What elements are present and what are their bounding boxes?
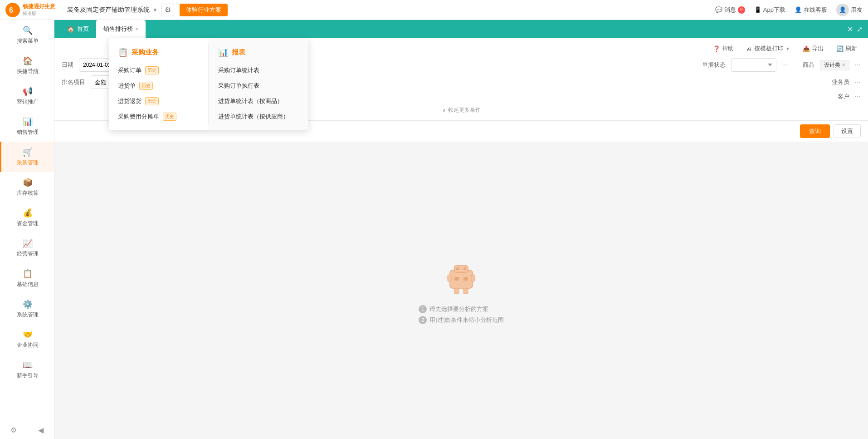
dropdown-item-po-exec[interactable]: 采购订单执行表 <box>209 78 308 94</box>
empty-hints: 1 请先选择要分析的方案 2 用[过滤]条件来缩小分析范围 <box>419 305 503 327</box>
refresh-button[interactable]: 🔄 刷新 <box>833 43 861 54</box>
hist-badge-2: 历史 <box>145 97 159 105</box>
chevron-down-icon[interactable]: ▼ <box>152 7 158 13</box>
service-icon: 👤 <box>795 6 802 13</box>
tab-close-icon[interactable]: × <box>136 26 138 32</box>
dropdown-report-col: 📊 报表 采购订单统计表 采购订单执行表 进货单统计表（按商品） 进货单统计表（… <box>209 38 308 130</box>
tab-sales-rank[interactable]: 销售排行榜 × <box>96 20 146 38</box>
sidebar-item-navigation[interactable]: 🏠 快捷导航 <box>0 50 54 81</box>
dropdown-purchase-col: 📋 采购业务 采购订单 历史 进货单 历史 进货退货 历史 采购费用分摊单 <box>109 38 208 130</box>
customer-label: 客户 <box>838 93 849 101</box>
hist-badge-3: 历史 <box>163 113 176 121</box>
query-button[interactable]: 查询 <box>800 124 830 138</box>
sidebar-item-marketing[interactable]: 📢 营销推广 <box>0 81 54 111</box>
hist-badge-0: 历史 <box>145 66 159 74</box>
export-icon: 📤 <box>803 45 810 52</box>
message-badge: 9 <box>738 6 745 14</box>
sidebar-settings-button[interactable]: ⚙ <box>10 426 17 434</box>
salesperson-label: 业务员 <box>832 78 849 86</box>
tab-minimize-icon[interactable]: ✕ <box>847 25 853 34</box>
dropdown-item-return[interactable]: 进货退货 历史 <box>109 94 208 109</box>
home-icon: 🏠 <box>23 56 33 66</box>
sidebar-collapse-button[interactable]: ◀ <box>38 426 44 434</box>
svg-rect-7 <box>448 275 451 281</box>
empty-svg <box>439 254 484 300</box>
dropdown-item-po-stats[interactable]: 采购订单统计表 <box>209 63 308 78</box>
svg-rect-5 <box>454 277 459 281</box>
dropdown-item-incoming[interactable]: 进货单 历史 <box>109 78 208 94</box>
sidebar-item-finance[interactable]: 💰 资金管理 <box>0 202 54 233</box>
svg-text:6: 6 <box>9 6 13 14</box>
online-service-button[interactable]: 👤 在线客服 <box>795 6 827 14</box>
settings-button[interactable]: 设置 <box>834 124 861 138</box>
tab-actions: ✕ ⤢ <box>847 25 863 34</box>
salesperson-ellipsis[interactable]: ··· <box>855 78 861 86</box>
app-download-button[interactable]: 📱 App下载 <box>754 6 785 14</box>
purchase-section-icon: 📋 <box>118 47 128 57</box>
collapse-icon: ∧ <box>442 107 446 113</box>
purchase-section-header: 📋 采购业务 <box>109 44 208 63</box>
sidebar-bottom: ⚙ ◀ <box>0 421 54 439</box>
sidebar-item-inventory[interactable]: 📦 库存核算 <box>0 172 54 202</box>
logo-area: 6 畅捷通好生意 标准版 <box>5 3 60 17</box>
home-tab-icon: 🏠 <box>67 26 74 33</box>
logo-icon: 6 <box>5 3 20 17</box>
report-section-header: 📊 报表 <box>209 44 308 63</box>
print-button[interactable]: 🖨 按模板打印 ▼ <box>743 43 794 54</box>
message-button[interactable]: 💬 消息 9 <box>715 6 745 14</box>
svg-rect-1 <box>450 270 473 288</box>
svg-rect-10 <box>463 288 468 294</box>
print-chevron-icon: ▼ <box>785 46 790 51</box>
goods-ellipsis[interactable]: ··· <box>855 61 861 69</box>
dropdown-item-incoming-stats-goods[interactable]: 进货单统计表（按商品） <box>209 94 308 109</box>
dropdown-item-expense[interactable]: 采购费用分摊单 历史 <box>109 109 208 124</box>
topbar: 6 畅捷通好生意 标准版 装备及固定资产辅助管理系统 ▼ ⚙ 体验行业方案 💬 … <box>0 0 868 20</box>
sidebar-item-operation[interactable]: 📈 经营管理 <box>0 233 54 263</box>
content-area: 🏠 首页 销售排行榜 × ✕ ⤢ 📋 采购业务 采购订单 <box>54 20 868 439</box>
sidebar-item-basic-info[interactable]: 📋 基础信息 <box>0 263 54 294</box>
goods-tag: 设计类 × <box>820 60 849 70</box>
goods-tag-close[interactable]: × <box>842 62 845 68</box>
sales-icon: 📊 <box>23 117 33 127</box>
refresh-icon: 🔄 <box>836 45 844 52</box>
empty-hint-1: 1 请先选择要分析的方案 <box>419 305 503 313</box>
sidebar: 🔍 搜索菜单 🏠 快捷导航 📢 营销推广 📊 销售管理 🛒 采购管理 📦 库存核… <box>0 20 54 439</box>
voucher-status-select[interactable] <box>731 58 776 72</box>
finance-icon: 💰 <box>23 208 33 218</box>
system-title: 装备及固定资产辅助管理系统 <box>67 6 150 14</box>
help-button[interactable]: ❓ 帮助 <box>709 43 737 54</box>
sidebar-item-guide[interactable]: 📖 新手引导 <box>0 355 54 385</box>
export-button[interactable]: 📤 导出 <box>799 43 827 54</box>
hint-num-1: 1 <box>419 305 427 313</box>
svg-rect-9 <box>454 288 459 294</box>
settings-icon[interactable]: ⚙ <box>161 4 174 16</box>
voucher-status-ellipsis[interactable]: ··· <box>782 61 788 69</box>
topbar-right: 💬 消息 9 📱 App下载 👤 在线客服 👤 用友 <box>715 4 863 16</box>
mobile-icon: 📱 <box>754 6 761 13</box>
report-section-icon: 📊 <box>218 47 228 57</box>
info-icon: 📋 <box>23 269 33 279</box>
tab-home[interactable]: 🏠 首页 <box>60 20 96 38</box>
sidebar-item-system[interactable]: ⚙️ 系统管理 <box>0 294 54 324</box>
message-icon: 💬 <box>715 6 722 13</box>
operation-icon: 📈 <box>23 238 33 248</box>
avatar: 👤 <box>836 4 849 16</box>
industry-button[interactable]: 体验行业方案 <box>180 4 228 16</box>
print-icon: 🖨 <box>746 45 752 52</box>
system-icon: ⚙️ <box>23 299 33 309</box>
tab-bar: 🏠 首页 销售排行榜 × ✕ ⤢ <box>54 20 868 38</box>
voucher-status-label: 单据状态 <box>702 61 726 69</box>
sidebar-item-search[interactable]: 🔍 搜索菜单 <box>0 20 54 50</box>
hist-badge-1: 历史 <box>139 82 153 90</box>
dropdown-item-purchase-order[interactable]: 采购订单 历史 <box>109 63 208 78</box>
sidebar-item-purchase[interactable]: 🛒 采购管理 <box>0 142 54 172</box>
tab-expand-icon[interactable]: ⤢ <box>857 25 863 34</box>
user-menu[interactable]: 👤 用友 <box>836 4 863 16</box>
goods-label: 商品 <box>803 61 814 69</box>
customer-ellipsis[interactable]: ··· <box>855 93 861 101</box>
sidebar-item-sales[interactable]: 📊 销售管理 <box>0 111 54 142</box>
purchase-icon: 🛒 <box>23 147 33 157</box>
hint-num-2: 2 <box>419 316 427 324</box>
sidebar-item-enterprise[interactable]: 🤝 企业协同 <box>0 324 54 355</box>
dropdown-item-incoming-stats-supplier[interactable]: 进货单统计表（按供应商） <box>209 109 308 124</box>
